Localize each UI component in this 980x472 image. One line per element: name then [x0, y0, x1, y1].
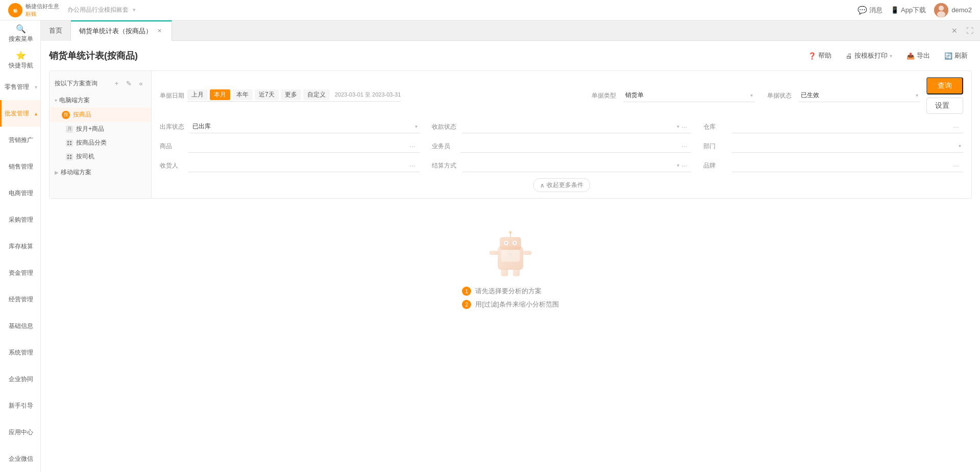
- product-select[interactable]: ···: [188, 139, 420, 153]
- pc-group-arrow: ▾: [55, 98, 57, 103]
- breadcrumb-text: 办公用品行业模拟账套: [67, 6, 129, 14]
- payment-select[interactable]: ▾ ···: [462, 159, 692, 172]
- sidebar-item-basic[interactable]: 基础信息: [0, 313, 40, 339]
- mobile-group-header[interactable]: ▶ 移动端方案: [50, 166, 151, 179]
- svg-rect-12: [70, 157, 71, 159]
- sidebar-item-retail[interactable]: 零售管理 ▾: [0, 74, 40, 100]
- sidebar-item-marketing[interactable]: 营销推广: [0, 127, 40, 153]
- message-button[interactable]: 💬 消息: [857, 6, 883, 15]
- product-label: 商品: [160, 142, 185, 151]
- warehouse-dots[interactable]: ···: [951, 123, 961, 131]
- pay-status-dots[interactable]: ···: [679, 123, 690, 131]
- month-icon: 月: [66, 126, 73, 133]
- brand-group: 品牌 ···: [703, 159, 963, 172]
- tab-home-label: 首页: [49, 26, 62, 35]
- download-icon: 📱: [891, 6, 899, 14]
- product-dots[interactable]: ···: [407, 142, 418, 150]
- warehouse-select[interactable]: ···: [732, 120, 963, 133]
- app-download-button[interactable]: 📱 App下载: [891, 6, 926, 15]
- scheme-by-month-product[interactable]: 月 按月+商品: [50, 122, 151, 136]
- date-more[interactable]: 更多: [281, 89, 301, 100]
- svg-rect-11: [67, 157, 69, 159]
- tab-sales-stat[interactable]: 销货单统计表（按商品） ✕: [71, 20, 172, 41]
- print-button[interactable]: 🖨 按模板打印 ▾: [842, 49, 896, 62]
- user-menu[interactable]: demo2: [934, 3, 972, 17]
- recipient-select[interactable]: ···: [188, 159, 420, 172]
- empty-tip-2-text: 用[过滤]条件来缩小分析范围: [475, 300, 558, 309]
- sidebar-item-sales[interactable]: 销售管理: [0, 153, 40, 180]
- sidebar-item-quicknav[interactable]: ⭐ 快捷导航: [0, 47, 40, 74]
- doc-type-label: 单据类型: [592, 91, 620, 100]
- date-custom[interactable]: 自定义: [303, 89, 330, 100]
- warehouse-group: 仓库 ···: [703, 120, 963, 133]
- query-button[interactable]: 查询: [926, 77, 963, 95]
- tab-home[interactable]: 首页: [41, 20, 71, 41]
- date-current-month[interactable]: 本月: [210, 89, 230, 100]
- recipient-dots[interactable]: ···: [407, 161, 418, 170]
- sidebar-label-quicknav: 快捷导航: [9, 61, 33, 70]
- doc-status-select[interactable]: 已生效 ▾: [799, 89, 920, 102]
- edit-scheme-button[interactable]: ✎: [124, 78, 134, 88]
- page-title-bar: 销货单统计表(按商品) ❓ 帮助 🖨 按模板打印 ▾ 📤 导出: [49, 49, 972, 62]
- export-button[interactable]: 📤 导出: [902, 49, 934, 62]
- svg-point-17: [505, 242, 507, 244]
- out-status-select[interactable]: 已出库 ▾: [190, 120, 420, 133]
- scheme-by-category[interactable]: 按商品分类: [50, 136, 151, 150]
- print-label: 按模板打印: [854, 51, 888, 60]
- sidebar-item-wholesale[interactable]: 批发管理 ▴: [0, 100, 40, 127]
- sidebar-item-purchase[interactable]: 采购管理: [0, 206, 40, 233]
- sidebar-item-inventory[interactable]: 库存核算: [0, 233, 40, 259]
- scheme-by-product[interactable]: 按 按商品: [50, 107, 151, 122]
- username: demo2: [951, 6, 972, 14]
- out-status-arrow: ▾: [415, 124, 418, 129]
- scheme-header-actions: ＋ ✎ «: [111, 78, 146, 88]
- sidebar-item-ecommerce[interactable]: 电商管理: [0, 180, 40, 206]
- out-status-value: 已出库: [192, 122, 415, 131]
- right-action-buttons: 查询 设置: [926, 77, 963, 114]
- help-button[interactable]: ❓ 帮助: [804, 49, 836, 62]
- sidebar-item-finance[interactable]: 资金管理: [0, 259, 40, 286]
- pay-status-select[interactable]: ▾ ···: [462, 120, 692, 133]
- svg-rect-8: [70, 144, 71, 145]
- export-label: 导出: [917, 51, 930, 60]
- print-arrow: ▾: [890, 53, 892, 59]
- empty-illustration: ?: [485, 229, 536, 280]
- filter-row-1: 单据日期 上月 本月 本年 近7天 更多 自定义 2023-03-01 至 20…: [160, 77, 963, 114]
- collapse-button[interactable]: ∧ 收起更多条件: [533, 178, 590, 192]
- scheme-by-product-label: 按商品: [73, 110, 91, 119]
- sidebar-item-system[interactable]: 系统管理: [0, 339, 40, 366]
- sidebar-item-wechat[interactable]: 企业微信: [0, 445, 40, 472]
- doc-type-arrow: ▾: [750, 92, 753, 98]
- payment-dots[interactable]: ···: [679, 161, 690, 170]
- date-7days[interactable]: 近7天: [255, 89, 279, 100]
- tab-close-button[interactable]: ✕: [155, 27, 163, 35]
- date-current-year[interactable]: 本年: [232, 89, 253, 100]
- collapse-scheme-button[interactable]: «: [136, 78, 146, 88]
- pc-group-header[interactable]: ▾ 电脑端方案: [50, 93, 151, 107]
- brand-select[interactable]: ···: [732, 159, 963, 172]
- export-icon: 📤: [906, 52, 915, 60]
- settings-button[interactable]: 设置: [926, 98, 963, 114]
- salesperson-group: 业务员 ···: [432, 139, 692, 153]
- mobile-scheme-group: ▶ 移动端方案: [50, 166, 151, 179]
- page-actions: ❓ 帮助 🖨 按模板打印 ▾ 📤 导出 🔄 刷新: [804, 49, 972, 62]
- svg-rect-9: [67, 155, 69, 156]
- scheme-by-clerk[interactable]: 按司机: [50, 150, 151, 163]
- sidebar-item-guide[interactable]: 新手引导: [0, 392, 40, 419]
- salesperson-dots[interactable]: ···: [679, 142, 690, 150]
- add-scheme-button[interactable]: ＋: [111, 78, 121, 88]
- sidebar-item-cooperation[interactable]: 企业协同: [0, 366, 40, 392]
- date-last-month[interactable]: 上月: [187, 89, 208, 100]
- refresh-button[interactable]: 🔄 刷新: [940, 49, 972, 62]
- salesperson-select[interactable]: ···: [460, 139, 692, 153]
- doc-type-select[interactable]: 销货单 ▾: [623, 89, 755, 102]
- svg-point-3: [939, 6, 944, 11]
- collapse-label: 收起更多条件: [547, 181, 583, 190]
- close-window-button[interactable]: ✕: [948, 25, 961, 37]
- brand-dots[interactable]: ···: [951, 161, 961, 170]
- maximize-button[interactable]: ⛶: [964, 25, 976, 37]
- sidebar-item-apps[interactable]: 应用中心: [0, 419, 40, 445]
- sidebar-item-operations[interactable]: 经营管理: [0, 286, 40, 313]
- sidebar-item-search[interactable]: 🔍 搜索菜单: [0, 20, 40, 47]
- dept-select[interactable]: ▾: [732, 139, 963, 153]
